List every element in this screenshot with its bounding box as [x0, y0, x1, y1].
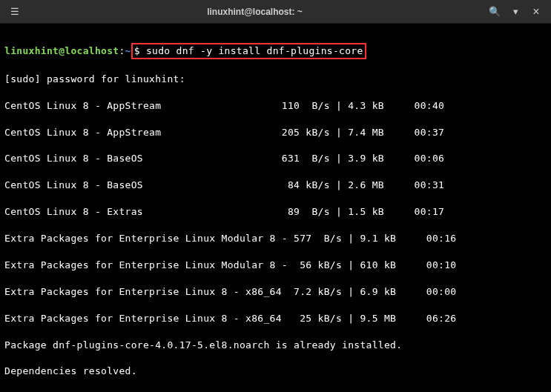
- output-line: CentOS Linux 8 - AppStream 110 B/s | 4.3…: [4, 99, 547, 113]
- output-line: CentOS Linux 8 - Extras 89 B/s | 1.5 kB …: [4, 205, 547, 219]
- output-line: Extra Packages for Enterprise Linux Modu…: [4, 232, 547, 245]
- close-icon[interactable]: ×: [527, 3, 545, 21]
- prompt-path: ~: [125, 45, 131, 56]
- terminal-output[interactable]: linuxhint@localhost:~$ sudo dnf -y insta…: [0, 24, 551, 392]
- prompt-sep1: :: [119, 45, 125, 56]
- output-line: Extra Packages for Enterprise Linux 8 - …: [4, 285, 547, 299]
- prompt-line: linuxhint@localhost:~$ sudo dnf -y insta…: [4, 43, 547, 59]
- command-text: sudo dnf -y install dnf-plugins-core: [146, 45, 363, 56]
- titlebar-left: ☰: [6, 3, 24, 21]
- prompt-user-host: linuxhint@localhost: [4, 45, 119, 56]
- output-line: CentOS Linux 8 - BaseOS 631 B/s | 3.9 kB…: [4, 152, 547, 165]
- command-highlight: $ sudo dnf -y install dnf-plugins-core: [131, 43, 366, 59]
- output-line: CentOS Linux 8 - AppStream 205 kB/s | 7.…: [4, 126, 547, 139]
- window-title: linuxhint@localhost: ~: [207, 7, 303, 17]
- output-line: Extra Packages for Enterprise Linux 8 - …: [4, 312, 547, 325]
- dropdown-icon[interactable]: ▾: [507, 3, 524, 21]
- menu-icon[interactable]: ☰: [6, 3, 24, 21]
- prompt-sep2: $: [134, 45, 146, 56]
- titlebar: ☰ linuxhint@localhost: ~ 🔍 ▾ ×: [0, 0, 551, 24]
- output-line: [sudo] password for linuxhint:: [4, 73, 547, 86]
- output-line: Extra Packages for Enterprise Linux Modu…: [4, 259, 547, 272]
- output-line: CentOS Linux 8 - BaseOS 84 kB/s | 2.6 MB…: [4, 179, 547, 192]
- output-line: Package dnf-plugins-core-4.0.17-5.el8.no…: [4, 339, 547, 352]
- output-line: Dependencies resolved.: [4, 365, 547, 378]
- titlebar-right: 🔍 ▾ ×: [486, 3, 545, 21]
- search-icon[interactable]: 🔍: [486, 3, 504, 21]
